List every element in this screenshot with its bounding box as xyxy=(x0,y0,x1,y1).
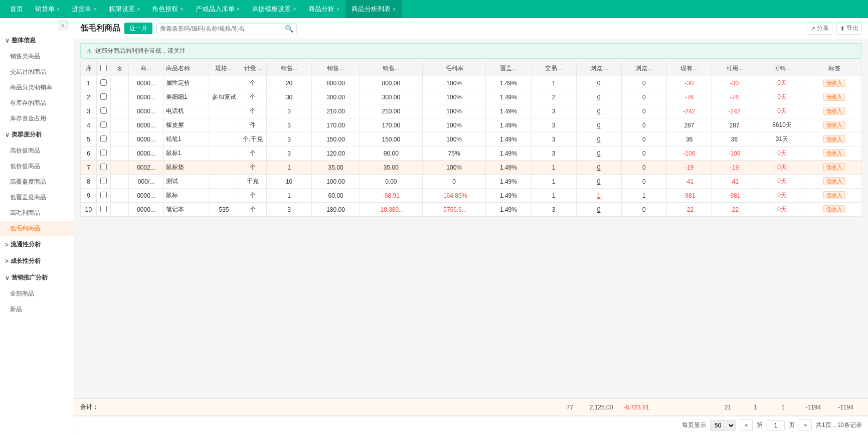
cell-coverage: 1.49% xyxy=(486,90,531,104)
row-checkbox[interactable] xyxy=(100,135,107,142)
nav-item-商品分析列表[interactable]: 商品分析列表× xyxy=(345,0,402,18)
cell-saleable_days: 0天 xyxy=(757,175,807,189)
time-filter-button[interactable]: 近一月 xyxy=(124,23,152,34)
sidebar-group-类群度分析[interactable]: ∨类群度分析 xyxy=(0,126,74,143)
row-checkbox[interactable] xyxy=(100,79,107,86)
sidebar-item-销售类商品[interactable]: 销售类商品 xyxy=(0,49,74,64)
col-header-browse1[interactable]: 浏览... xyxy=(576,61,621,76)
sidebar-group-整体信息[interactable]: ∨整体信息 xyxy=(0,32,74,49)
nav-close-icon[interactable]: × xyxy=(237,6,240,12)
browse-link[interactable]: 1 xyxy=(597,192,601,199)
col-header-trade_count[interactable]: 交易... xyxy=(531,61,576,76)
col-header-usable_stock[interactable]: 可用... xyxy=(712,61,757,76)
browse-link[interactable]: 0 xyxy=(597,94,601,101)
nav-close-icon[interactable]: × xyxy=(180,6,183,12)
col-header-sale_amount[interactable]: 销售... xyxy=(360,61,422,76)
browse-link[interactable]: 0 xyxy=(597,136,601,143)
sidebar-item-低价值商品[interactable]: 低价值商品 xyxy=(0,159,74,174)
select-all-checkbox[interactable] xyxy=(100,65,107,71)
cell-sale_amount: 300.00 xyxy=(360,90,422,104)
col-header-code[interactable]: 商... xyxy=(129,61,164,76)
sidebar-item-高毛利商品[interactable]: 高毛利商品 xyxy=(0,205,74,221)
sidebar-item-高价值商品[interactable]: 高价值商品 xyxy=(0,143,74,159)
cell-code: 0000... xyxy=(129,118,164,132)
col-header-sale_count[interactable]: 销售... xyxy=(267,61,312,76)
prev-page-button[interactable]: ＜ xyxy=(740,419,753,431)
sidebar-item-低覆盖度商品[interactable]: 低覆盖度商品 xyxy=(0,190,74,205)
row-checkbox[interactable] xyxy=(100,93,107,100)
sidebar-group-成长性分析[interactable]: >成长性分析 xyxy=(0,253,74,269)
cell-unit: 个 xyxy=(239,189,267,203)
table-container[interactable]: 序⚙商...商品名称规格...计量...销售...销售...销售...毛利率覆盖… xyxy=(80,61,862,398)
nav-item-单据模板设置[interactable]: 单据模板设置× xyxy=(246,0,302,18)
nav-item-产成品入库单[interactable]: 产成品入库单× xyxy=(190,0,246,18)
cell-name: 鼠标垫 xyxy=(164,161,209,175)
cell-gross_margin: 75% xyxy=(422,147,485,161)
nav-item-首页[interactable]: 首页 xyxy=(4,0,29,18)
col-header-gross_margin[interactable]: 毛利率 xyxy=(422,61,485,76)
col-header-sale_price[interactable]: 销售... xyxy=(312,61,360,76)
sidebar-item-库存资金占用[interactable]: 库存资金占用 xyxy=(0,111,74,126)
nav-close-icon[interactable]: × xyxy=(137,6,140,12)
page-number-input[interactable] xyxy=(767,420,785,430)
sidebar-item-新品[interactable]: 新品 xyxy=(0,302,74,317)
cell-sale_count: 30 xyxy=(267,90,312,104)
nav-item-权限设置[interactable]: 权限设置× xyxy=(103,0,146,18)
amount-value: 800.00 xyxy=(382,80,401,87)
footer-total: 合计： 77 2,125.00 -8,723.91 21 1 1 -1194 -… xyxy=(74,398,868,416)
nav-close-icon[interactable]: × xyxy=(293,6,296,12)
export-button[interactable]: ⬆ 导出 xyxy=(836,22,862,35)
cell-trade_count: 3 xyxy=(531,104,576,118)
browse-link[interactable]: 0 xyxy=(597,206,601,213)
row-checkbox[interactable] xyxy=(100,206,107,212)
sidebar-group-营销推广分析[interactable]: ∨营销推广分析 xyxy=(0,269,74,286)
row-checkbox[interactable] xyxy=(100,150,107,156)
cell-current_stock: -41 xyxy=(666,175,712,189)
sidebar-item-低毛利商品[interactable]: 低毛利商品 xyxy=(0,221,74,236)
cell-tag: 低收入 xyxy=(807,104,861,118)
col-header-unit[interactable]: 计量... xyxy=(239,61,267,76)
search-input[interactable] xyxy=(160,25,285,32)
col-header-current_stock[interactable]: 现有... xyxy=(666,61,712,76)
row-checkbox[interactable] xyxy=(100,178,107,184)
browse-link[interactable]: 0 xyxy=(597,164,601,171)
row-checkbox[interactable] xyxy=(100,192,107,198)
col-header-tag[interactable]: 标签 xyxy=(807,61,861,76)
browse-link[interactable]: 0 xyxy=(597,178,601,185)
sidebar-item-全部商品[interactable]: 全部商品 xyxy=(0,286,74,302)
next-page-button[interactable]: ＞ xyxy=(799,419,812,431)
row-checkbox[interactable] xyxy=(100,121,107,128)
nav-close-icon[interactable]: × xyxy=(393,6,396,12)
browse-link[interactable]: 0 xyxy=(597,108,601,115)
browse-link[interactable]: 0 xyxy=(597,122,601,129)
cell-browse1: 0 xyxy=(576,175,621,189)
nav-item-进货单[interactable]: 进货单× xyxy=(66,0,102,18)
browse-link[interactable]: 0 xyxy=(597,80,601,87)
sidebar-item-有库存的商品[interactable]: 有库存的商品 xyxy=(0,95,74,111)
stock-value: -242 xyxy=(728,108,740,115)
sidebar-item-商品分类助销率[interactable]: 商品分类助销率 xyxy=(0,80,74,95)
sidebar-item-交易过的商品[interactable]: 交易过的商品 xyxy=(0,64,74,80)
nav-item-角色授权[interactable]: 角色授权× xyxy=(146,0,189,18)
cell-code: 0000... xyxy=(129,90,164,104)
per-page-select[interactable]: 50 100 200 xyxy=(710,420,736,431)
days-value: 0天 xyxy=(777,178,787,185)
settings-icon[interactable]: ⚙ xyxy=(117,65,122,72)
nav-close-icon[interactable]: × xyxy=(93,6,96,12)
nav-item-商品分析[interactable]: 商品分析× xyxy=(302,0,345,18)
nav-close-icon[interactable]: × xyxy=(57,6,60,12)
nav-item-销货单[interactable]: 销货单× xyxy=(29,0,66,18)
share-button[interactable]: ↗ 分享 xyxy=(807,22,832,35)
nav-close-icon[interactable]: × xyxy=(336,6,339,12)
col-header-browse2[interactable]: 浏览... xyxy=(621,61,666,76)
sidebar-collapse-button[interactable]: « xyxy=(58,20,68,30)
row-checkbox[interactable] xyxy=(100,164,107,170)
col-header-coverage[interactable]: 覆盖... xyxy=(486,61,531,76)
sidebar-item-高覆盖度商品[interactable]: 高覆盖度商品 xyxy=(0,174,74,190)
sidebar-group-流通性分析[interactable]: >流通性分析 xyxy=(0,236,74,253)
col-header-spec[interactable]: 规格... xyxy=(209,61,239,76)
col-header-saleable_days[interactable]: 可销... xyxy=(757,61,807,76)
cell-code: 0002... xyxy=(129,161,164,175)
browse-link[interactable]: 0 xyxy=(597,150,601,157)
row-checkbox[interactable] xyxy=(100,107,107,114)
